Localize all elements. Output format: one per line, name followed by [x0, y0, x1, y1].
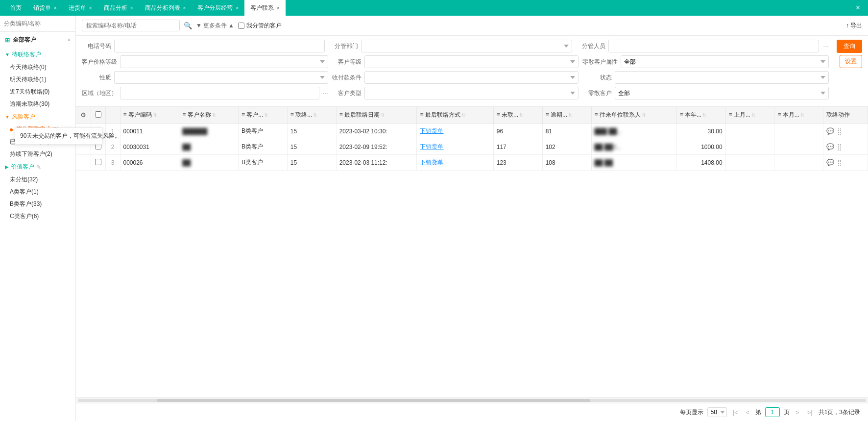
field-customer-level: 客户等级 [332, 55, 579, 68]
sidebar-item-class-a[interactable]: A类客户(1) [0, 186, 75, 198]
settings-col-header[interactable]: ⚙ [76, 107, 91, 124]
nav-tab-2[interactable]: 商品分析 × [98, 0, 139, 16]
horizontal-scrollbar[interactable] [76, 397, 868, 403]
sidebar-all-customers[interactable]: ⊞ 全部客户 « [0, 32, 75, 48]
nav-tab-5[interactable]: 客户联系 × [244, 0, 286, 16]
row-contact: 15 [287, 139, 336, 155]
close-tab-1[interactable]: × [89, 5, 92, 11]
nav-tab-3[interactable]: 商品分析列表 × [139, 0, 192, 16]
page-input[interactable] [765, 407, 780, 417]
table-header-row: ⚙ ≡ 客户编码⇅ ≡ 客户名称⇅ [76, 107, 868, 124]
field-nature: 性质 [82, 71, 328, 84]
dept-select[interactable] [361, 40, 572, 52]
sidebar-item-class-c[interactable]: C类客户(6) [0, 210, 75, 223]
price-level-label: 客户价格等级 [82, 58, 117, 66]
select-all-checkbox[interactable] [95, 111, 101, 118]
sidebar-search-input[interactable] [4, 20, 76, 27]
my-customers-checkbox-container[interactable]: 我分管的客户 [238, 22, 282, 30]
last-contact-date-col-header[interactable]: ≡ 最后联络日期⇅ [336, 107, 417, 124]
search-btn-icon[interactable]: 🔍 [184, 22, 192, 29]
my-customers-checkbox[interactable] [238, 23, 244, 29]
close-all-btn[interactable]: × [852, 3, 864, 12]
type-col-header[interactable]: ≡ 客户...⇅ [238, 107, 287, 124]
sidebar-group-value[interactable]: ▶ 价值客户 ✎ [0, 160, 75, 173]
action-chat-icon[interactable]: 💬 [826, 143, 834, 150]
unit-contact-col-header[interactable]: ≡ 往来单位联系人⇅ [591, 107, 676, 124]
table-footer: 每页显示 50 |< < 第 页 > >| 共1页，3条记录 [76, 403, 868, 421]
sidebar-group-risk[interactable]: ▼ 风险客户 [0, 110, 75, 124]
status-select[interactable] [615, 71, 829, 84]
nav-last-btn[interactable]: >| [805, 408, 815, 417]
contact-way-link[interactable]: 下销货单 [420, 159, 443, 166]
close-tab-3[interactable]: × [183, 5, 186, 11]
nav-tab-1[interactable]: 进货单 × [63, 0, 98, 16]
customer-type-select[interactable] [364, 87, 579, 99]
edit-value-icon[interactable]: ✎ [36, 164, 41, 171]
table-settings-icon[interactable]: ⚙ [80, 111, 86, 119]
export-btn[interactable]: ↑ 导出 [846, 22, 862, 30]
arrow-down-icon-risk: ▼ [5, 114, 10, 120]
customer-level-select[interactable] [364, 55, 579, 68]
sidebar-item-ungrouped[interactable]: 未分组(32) [0, 173, 75, 186]
more-dots-region[interactable]: ··· [322, 89, 328, 97]
close-tab-0[interactable]: × [54, 5, 57, 11]
nav-first-btn[interactable]: |< [731, 408, 740, 417]
uncontacted-col-header[interactable]: ≡ 未联...⇅ [493, 107, 542, 124]
row-this-year: 1000.00 [676, 139, 725, 155]
action-more-icon[interactable]: ⣿ [837, 143, 842, 150]
more-conditions-btn[interactable]: ▼ 更多条件 ▲ [196, 22, 234, 30]
more-dots-1[interactable]: ··· [823, 42, 829, 50]
close-tab-5[interactable]: × [277, 5, 280, 11]
contact-way-link[interactable]: 下销货单 [420, 127, 443, 134]
chevron-up-icon: ▲ [228, 22, 234, 29]
contact-way-link[interactable]: 下销货单 [420, 143, 443, 150]
action-more-icon[interactable]: ⣿ [837, 127, 842, 135]
retail-attr-select[interactable]: 全部 [621, 55, 829, 68]
query-button[interactable]: 查询 [837, 40, 862, 53]
retail-customer-select[interactable]: 全部 [615, 87, 829, 99]
price-level-select[interactable] [120, 55, 328, 68]
search-input[interactable] [82, 20, 180, 31]
nav-next-btn[interactable]: > [794, 408, 801, 417]
sidebar-item-tomorrow[interactable]: 明天待联络(1) [0, 74, 75, 86]
contact-col-header[interactable]: ≡ 联络...⇅ [287, 107, 336, 124]
nav-tab-0[interactable]: 销货单 × [27, 0, 63, 16]
name-col-header[interactable]: ≡ 客户名称⇅ [179, 107, 239, 124]
close-tab-4[interactable]: × [236, 5, 239, 11]
row-checkbox[interactable] [95, 159, 101, 165]
action-chat-icon[interactable]: 💬 [826, 127, 834, 135]
adv-filter-panel: 电话号码 分管部门 分管人员 ··· [76, 36, 868, 107]
sidebar-group-pending[interactable]: ▼ 待联络客户 [0, 48, 75, 61]
overdue-col-header[interactable]: ≡ 逾期...⇅ [542, 107, 591, 124]
action-more-icon[interactable]: ⣿ [837, 159, 842, 166]
row-overdue: 108 [542, 155, 591, 171]
region-input[interactable] [120, 87, 319, 99]
this-year-col-header[interactable]: ≡ 本年...⇅ [676, 107, 725, 124]
nav-home[interactable]: 首页 [4, 0, 27, 16]
manager-input[interactable] [608, 40, 819, 52]
action-chat-icon[interactable]: 💬 [826, 159, 834, 166]
sidebar-item-today[interactable]: 今天待联络(0) [0, 61, 75, 74]
sidebar-item-7days[interactable]: 近7天待联络(0) [0, 86, 75, 98]
nav-prev-btn[interactable]: < [744, 408, 751, 417]
payment-select[interactable] [364, 71, 579, 84]
per-page-select[interactable]: 50 [707, 407, 727, 417]
field-payment: 收付款条件 [332, 71, 579, 84]
summary-text: 共1页，3条记录 [819, 408, 860, 417]
phone-input[interactable] [114, 40, 325, 52]
last-contact-way-col-header[interactable]: ≡ 最后联络方式⇅ [417, 107, 493, 124]
close-tab-2[interactable]: × [130, 5, 133, 11]
sidebar-item-declining[interactable]: 持续下滑客户(2) [0, 148, 75, 160]
last-month-col-header[interactable]: ≡ 上月...⇅ [725, 107, 774, 124]
sidebar-item-overdue[interactable]: 逾期未联络(30) [0, 98, 75, 110]
nav-tab-4[interactable]: 客户分层经营 × [192, 0, 244, 16]
retail-customer-label: 零散客户 [582, 89, 612, 98]
sidebar-item-class-b[interactable]: B类客户(33) [0, 198, 75, 210]
nature-select[interactable] [114, 71, 328, 84]
code-col-header[interactable]: ≡ 客户编码⇅ [120, 107, 179, 124]
this-month-col-header[interactable]: ≡ 本月...⇅ [774, 107, 823, 124]
settings-button[interactable]: 设置 [840, 55, 862, 68]
scroll-thumb [157, 399, 590, 402]
sidebar: 🔍 ⊞ 全部客户 « ▼ 待联络客户 今天待联络(0) 明天待联络(1) 近7天… [0, 16, 76, 421]
field-retail-customer: 零散客户 全部 [582, 87, 829, 99]
